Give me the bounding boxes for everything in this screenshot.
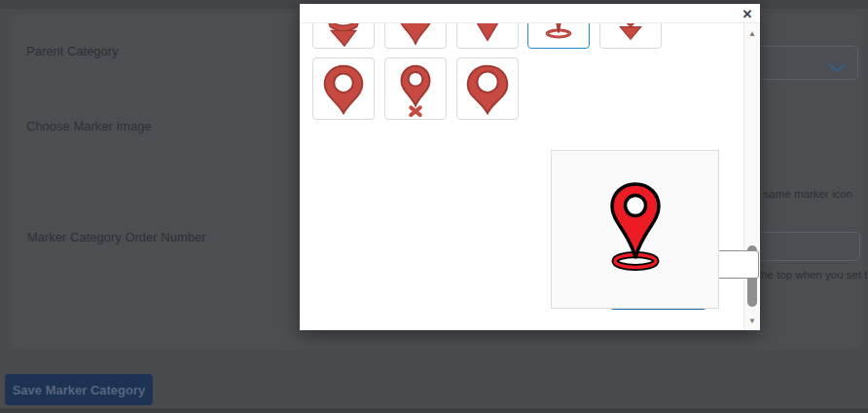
marker-drop-pin-ellipse[interactable]	[527, 23, 590, 49]
close-icon[interactable]: ✕	[740, 7, 755, 22]
parent-category-label: Parent Category	[26, 44, 119, 58]
double-arrow-down-marker-icon	[600, 23, 661, 48]
modal-header	[300, 4, 760, 23]
order-hint-text: the top when you set the	[758, 269, 868, 281]
pin-large-hole-marker-icon	[457, 58, 518, 119]
teardrop-marker-icon	[385, 23, 446, 48]
marker-pin-x[interactable]	[384, 57, 447, 120]
scroll-down-icon[interactable]: ▼	[744, 317, 760, 325]
marker-striped-cone[interactable]	[312, 23, 375, 49]
chevron-down-icon	[828, 59, 846, 77]
marker-teardrop[interactable]	[384, 23, 447, 49]
pin-x-marker-icon	[385, 58, 446, 119]
arrow-down-marker-icon	[457, 23, 518, 48]
drop-pin-ellipse-marker-icon	[528, 23, 589, 48]
window-bottom-edge	[0, 408, 868, 413]
marker-pin-large-hole[interactable]	[456, 57, 519, 120]
marker-preview-icon	[589, 182, 682, 272]
marker-icon-modal: ✕	[300, 4, 760, 330]
save-marker-category-button[interactable]: Save Marker Category	[5, 374, 153, 405]
order-number-label: Marker Category Order Number	[27, 230, 206, 244]
marker-arrow-down[interactable]	[456, 23, 519, 49]
marker-double-arrow-down[interactable]	[599, 23, 662, 49]
scroll-up-icon[interactable]: ▲	[744, 29, 760, 38]
marker-pin-round-hole[interactable]	[312, 57, 375, 120]
pin-round-hole-marker-icon	[313, 58, 374, 119]
marker-preview-panel	[551, 150, 719, 309]
striped-cone-marker-icon	[313, 23, 374, 48]
choose-marker-image-label: Choose Marker Image	[26, 119, 152, 133]
modal-scrollbar[interactable]: ▲ ▼	[743, 23, 760, 330]
